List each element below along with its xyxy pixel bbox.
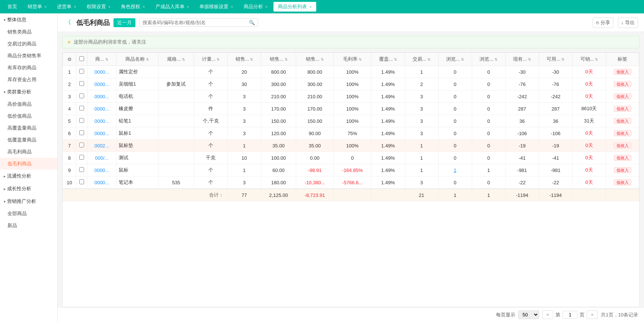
total-available: -1194	[539, 189, 572, 201]
row-available: -106	[539, 127, 572, 140]
sidebar-item-high-value[interactable]: 高价值商品	[0, 98, 57, 110]
nav-purchase-order[interactable]: 进货单 ×	[52, 2, 80, 12]
close-icon[interactable]: ×	[231, 4, 233, 9]
row-name: 笔记本	[116, 176, 158, 189]
row-view1[interactable]: 1	[438, 164, 472, 176]
sidebar-item-high-coverage[interactable]: 高覆盖量商品	[0, 122, 57, 134]
row-coverage: 1.49%	[371, 78, 405, 90]
sidebar-group-overall[interactable]: ▾ 整体信息	[0, 13, 57, 26]
row-view2: 0	[472, 140, 505, 152]
row-tag: 低收入	[606, 115, 639, 127]
row-coverage: 1.49%	[371, 127, 405, 140]
close-icon[interactable]: ×	[74, 4, 76, 9]
row-sales-price: 800.00	[261, 66, 296, 78]
nav-sales-order[interactable]: 销货单 ×	[23, 2, 51, 12]
sort-icon[interactable]: ⇅	[182, 57, 185, 61]
row-sales-price: 35.00	[261, 140, 296, 152]
row-checkbox[interactable]	[76, 127, 87, 140]
row-view1[interactable]: 0	[438, 66, 472, 78]
close-icon[interactable]: ×	[187, 4, 189, 9]
next-page-btn[interactable]: ＞	[587, 310, 598, 319]
column-settings-icon[interactable]: ⚙	[67, 57, 72, 62]
search-icon[interactable]: 🔍	[249, 20, 255, 25]
close-icon[interactable]: ×	[44, 4, 47, 9]
warning-banner: ☀ 这部分商品的利润非常低，请关注	[62, 36, 640, 48]
nav-product-entry[interactable]: 产成品入库单 ×	[151, 2, 193, 12]
sidebar-group-cluster-analysis[interactable]: ▾ 类群量分析	[0, 86, 57, 98]
col-header-unit: 计量...⇅	[194, 53, 227, 66]
row-checkbox[interactable]	[76, 78, 87, 90]
sidebar-item-category-sales-rate[interactable]: 商品分类销售率	[0, 50, 57, 62]
row-checkbox[interactable]	[76, 103, 87, 115]
row-view1[interactable]: 0	[438, 115, 472, 127]
nav-permissions[interactable]: 权限设置 ×	[82, 2, 115, 12]
row-checkbox[interactable]	[76, 152, 87, 164]
sort-icon[interactable]: ⇅	[217, 57, 220, 61]
search-input[interactable]	[142, 20, 247, 25]
sidebar-group-marketing[interactable]: ▾ 营销推广分析	[0, 195, 57, 208]
row-sales-profit: 300.00	[296, 78, 334, 90]
row-current-stock: -22	[505, 176, 539, 189]
nav-home[interactable]: 首页	[3, 2, 22, 12]
close-icon[interactable]: ×	[142, 4, 145, 9]
page-number-input[interactable]	[563, 311, 577, 319]
row-view1[interactable]: 0	[438, 103, 472, 115]
sidebar-item-inventory-capital[interactable]: 库存资金占用	[0, 74, 57, 86]
nav-role-auth[interactable]: 角色授权 ×	[116, 2, 149, 12]
sidebar-item-low-margin[interactable]: 低毛利商品	[0, 158, 57, 170]
sort-icon[interactable]: ⇅	[285, 57, 288, 61]
sort-icon[interactable]: ⇅	[146, 57, 149, 61]
sort-icon[interactable]: ⇅	[461, 57, 464, 61]
sidebar-item-stocked-products[interactable]: 有库存的商品	[0, 62, 57, 74]
sidebar-item-sales-products[interactable]: 销售类商品	[0, 26, 57, 38]
row-view1[interactable]: 0	[438, 90, 472, 103]
sidebar-item-all-products[interactable]: 全部商品	[0, 208, 57, 220]
data-table-container[interactable]: ⚙ 商...⇅ 商品名称⇅ 规格...⇅ 计量...⇅	[62, 52, 640, 307]
sort-icon[interactable]: ⇅	[427, 57, 430, 61]
close-icon[interactable]: ×	[265, 4, 267, 9]
sidebar-group-liquidity[interactable]: ▸ 流通性分析	[0, 170, 57, 182]
sidebar-item-new-products[interactable]: 新品	[0, 220, 57, 232]
row-view1[interactable]: 0	[438, 78, 472, 90]
per-page-select[interactable]: 50 100 200	[518, 310, 539, 319]
filter-recent-month-btn[interactable]: 近一月	[113, 18, 135, 27]
sort-icon[interactable]: ⇅	[250, 57, 253, 61]
row-checkbox[interactable]	[76, 164, 87, 176]
sort-icon[interactable]: ⇅	[561, 57, 564, 61]
row-view1[interactable]: 0	[438, 140, 472, 152]
select-all-checkbox[interactable]	[79, 56, 84, 61]
row-checkbox[interactable]	[76, 176, 87, 189]
share-btn[interactable]: ⎋ 分享	[593, 17, 613, 28]
sidebar-item-high-margin[interactable]: 高毛利商品	[0, 146, 57, 158]
collapse-sidebar-btn[interactable]: 《	[64, 17, 73, 28]
nav-product-analysis-list[interactable]: 商品分析列表 ×	[273, 2, 316, 12]
sidebar-item-low-value[interactable]: 低价值商品	[0, 110, 57, 122]
export-btn[interactable]: ↓ 导出	[618, 17, 638, 28]
sidebar-item-low-coverage[interactable]: 低覆盖量商品	[0, 134, 57, 146]
sort-icon[interactable]: ⇅	[394, 57, 397, 61]
row-checkbox[interactable]	[76, 90, 87, 103]
row-sellable: 0天	[572, 176, 606, 189]
sort-icon[interactable]: ⇅	[528, 57, 531, 61]
sort-icon[interactable]: ⇅	[321, 57, 324, 61]
row-view1[interactable]: 0	[438, 127, 472, 140]
row-coverage: 1.49%	[371, 164, 405, 176]
sort-icon[interactable]: ⇅	[359, 57, 362, 61]
sort-icon[interactable]: ⇅	[105, 57, 108, 61]
row-unit: 个	[194, 66, 227, 78]
prev-page-btn[interactable]: ＜	[542, 310, 553, 319]
row-view1[interactable]: 0	[438, 152, 472, 164]
row-view1[interactable]: 0	[438, 176, 472, 189]
nav-template-settings[interactable]: 单据模板设置 ×	[195, 2, 237, 12]
row-checkbox[interactable]	[76, 66, 87, 78]
sidebar-group-growth[interactable]: ▸ 成长性分析	[0, 182, 57, 195]
close-icon[interactable]: ×	[108, 4, 110, 9]
row-checkbox[interactable]	[76, 115, 87, 127]
nav-product-analysis[interactable]: 商品分析 ×	[239, 2, 272, 12]
sort-icon[interactable]: ⇅	[494, 57, 497, 61]
row-checkbox[interactable]	[76, 140, 87, 152]
per-page-label: 每页显示	[496, 312, 515, 318]
sort-icon[interactable]: ⇅	[595, 57, 598, 61]
sidebar-item-traded-products[interactable]: 交易过的商品	[0, 38, 57, 50]
close-icon[interactable]: ×	[309, 4, 311, 9]
